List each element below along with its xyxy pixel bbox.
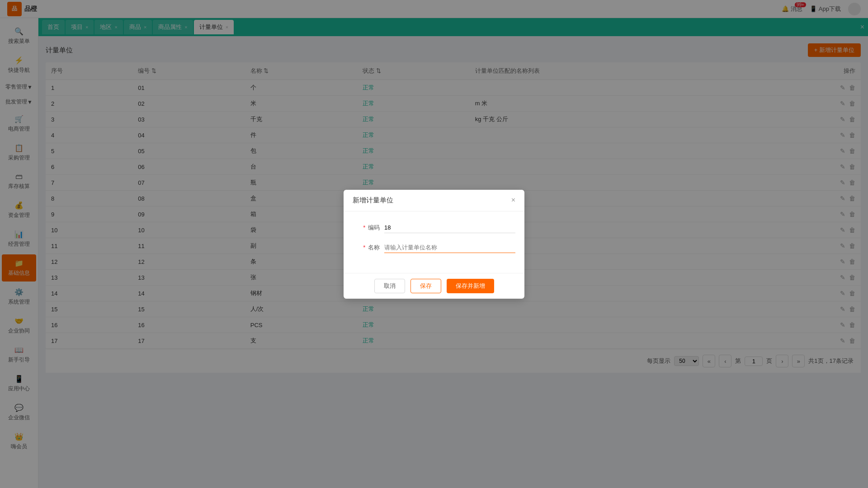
name-input[interactable]	[384, 242, 515, 253]
required-mark-2: *	[363, 244, 365, 251]
save-button[interactable]: 保存	[410, 279, 441, 293]
modal-footer: 取消 保存 保存并新增	[344, 273, 524, 299]
save-and-new-button[interactable]: 保存并新增	[447, 279, 494, 293]
code-label: * 编码	[353, 224, 380, 232]
cancel-button[interactable]: 取消	[374, 279, 405, 293]
modal-title: 新增计量单位	[353, 196, 393, 205]
form-item-code: * 编码	[353, 222, 515, 233]
modal-header: 新增计量单位 ×	[344, 190, 524, 211]
modal-overlay[interactable]: 新增计量单位 × * 编码 * 名称 取消 保存 保存并新增	[0, 0, 868, 488]
code-input[interactable]	[384, 222, 515, 233]
modal-close-button[interactable]: ×	[511, 196, 515, 204]
name-label: * 名称	[353, 244, 380, 252]
required-mark: *	[363, 224, 365, 231]
add-unit-modal: 新增计量单位 × * 编码 * 名称 取消 保存 保存并新增	[344, 190, 524, 299]
modal-body: * 编码 * 名称	[344, 211, 524, 273]
form-item-name: * 名称	[353, 242, 515, 253]
